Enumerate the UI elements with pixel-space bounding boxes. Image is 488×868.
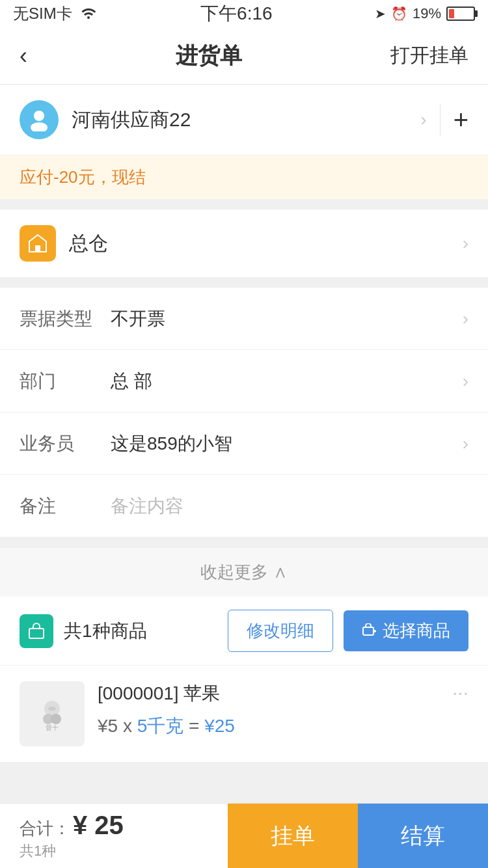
multiply-sign: x <box>123 716 137 736</box>
products-section: 共1种商品 修改明细 选择商品 督十 [0000001] 苹果 <box>0 597 488 762</box>
department-label: 部门 <box>20 369 111 394</box>
invoice-type-value: 不开票 <box>111 306 463 331</box>
select-products-label: 选择商品 <box>383 619 450 642</box>
supplier-section: 河南供应商22 › + 应付-20元，现结 <box>0 85 488 199</box>
chevron-right-icon: › <box>420 109 426 130</box>
alert-text: 应付-20元，现结 <box>20 167 146 187</box>
edit-details-button[interactable]: 修改明细 <box>228 610 333 652</box>
remark-label: 备注 <box>20 494 111 519</box>
chevron-right-icon: › <box>463 371 468 392</box>
salesperson-label: 业务员 <box>20 431 111 456</box>
equals-sign: = <box>189 716 204 736</box>
total-count: 共1种 <box>20 841 208 861</box>
status-time: 下午6:16 <box>200 1 273 26</box>
svg-rect-5 <box>363 627 373 635</box>
chevron-right-icon: › <box>463 433 468 454</box>
product-info: [0000001] 苹果 ¥5 x 5千克 = ¥25 <box>98 681 452 739</box>
invoice-type-row[interactable]: 票据类型 不开票 › <box>0 288 488 350</box>
salesperson-row[interactable]: 业务员 这是859的小智 › <box>0 413 488 475</box>
products-icon <box>20 614 53 648</box>
chevron-right-icon: › <box>463 233 468 254</box>
suspend-button[interactable]: 挂单 <box>228 804 358 869</box>
products-count: 共1种商品 <box>64 619 228 644</box>
quantity-value: 5千克 <box>137 716 184 736</box>
location-icon: ➤ <box>375 6 386 21</box>
svg-point-9 <box>48 707 56 711</box>
chevron-right-icon: › <box>463 308 468 329</box>
department-value: 总 部 <box>111 369 463 394</box>
warehouse-section: 总仓 › <box>0 210 488 277</box>
avatar <box>20 100 59 139</box>
status-bar: 无SIM卡 下午6:16 ➤ ⏰ 19% <box>0 0 488 27</box>
select-products-button[interactable]: 选择商品 <box>344 610 468 651</box>
alarm-icon: ⏰ <box>391 6 407 21</box>
department-row[interactable]: 部门 总 部 › <box>0 350 488 413</box>
bottom-bar: 合计： ¥ 25 共1种 挂单 结算 <box>0 803 488 868</box>
svg-text:督十: 督十 <box>46 724 59 731</box>
nav-bar: ‹ 进货单 打开挂单 <box>0 27 488 85</box>
total-section: 合计： ¥ 25 共1种 <box>0 811 228 861</box>
warehouse-name: 总仓 <box>69 230 463 257</box>
supplier-name: 河南供应商22 <box>72 107 420 133</box>
salesperson-value: 这是859的小智 <box>111 431 463 456</box>
battery-icon <box>446 7 475 21</box>
products-header: 共1种商品 修改明细 选择商品 <box>0 597 488 666</box>
svg-rect-3 <box>35 245 40 252</box>
page-title: 进货单 <box>176 41 242 71</box>
total-amount: ¥ 25 <box>73 811 124 840</box>
total-value: ¥25 <box>204 716 235 736</box>
supplier-row[interactable]: 河南供应商22 › + <box>0 85 488 156</box>
main-content: 河南供应商22 › + 应付-20元，现结 总仓 › 票据类型 不开票 › 部门 <box>0 85 488 837</box>
price-value: ¥5 <box>98 716 118 736</box>
add-supplier-icon[interactable]: + <box>454 105 468 135</box>
checkout-button[interactable]: 结算 <box>358 804 488 869</box>
status-carrier: 无SIM卡 <box>13 3 98 24</box>
svg-rect-4 <box>29 629 44 638</box>
svg-point-0 <box>34 111 44 121</box>
wifi-icon <box>79 5 98 23</box>
product-thumbnail: 督十 <box>20 681 85 746</box>
product-item: 督十 [0000001] 苹果 ¥5 x 5千克 = ¥25 ··· <box>0 666 488 762</box>
back-button[interactable]: ‹ <box>20 42 27 70</box>
warehouse-icon <box>20 225 56 262</box>
remark-placeholder[interactable]: 备注内容 <box>111 494 468 519</box>
remark-row[interactable]: 备注 备注内容 <box>0 475 488 537</box>
product-more-button[interactable]: ··· <box>452 681 468 703</box>
carrier-text: 无SIM卡 <box>13 3 72 24</box>
status-right: ➤ ⏰ 19% <box>375 5 475 22</box>
open-suspend-button[interactable]: 打开挂单 <box>390 42 468 69</box>
svg-point-11 <box>51 714 61 724</box>
divider <box>440 103 441 136</box>
product-price: ¥5 x 5千克 = ¥25 <box>98 714 452 739</box>
battery-percent: 19% <box>413 5 441 22</box>
warehouse-row[interactable]: 总仓 › <box>0 210 488 277</box>
collapse-text: 收起更多 ∧ <box>200 561 287 584</box>
collapse-toggle[interactable]: 收起更多 ∧ <box>0 548 488 597</box>
svg-point-1 <box>31 122 47 131</box>
product-name: [0000001] 苹果 <box>98 681 452 706</box>
total-label: 合计： <box>20 817 70 840</box>
invoice-type-label: 票据类型 <box>20 306 111 331</box>
alert-banner: 应付-20元，现结 <box>0 156 488 199</box>
form-section: 票据类型 不开票 › 部门 总 部 › 业务员 这是859的小智 › 备注 备注… <box>0 288 488 537</box>
